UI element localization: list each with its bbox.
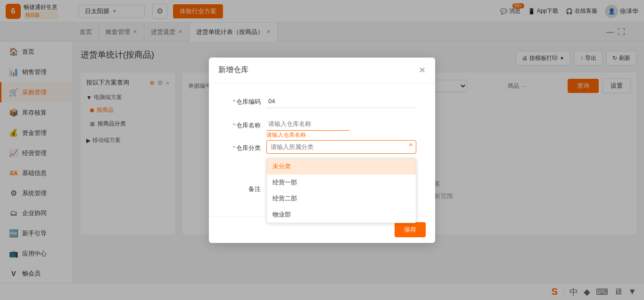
modal-backdrop: 新增仓库 ✕ 仓库编码 仓库名称 请输入仓库名称 仓库分类 [0,0,644,300]
modal-title: 新增仓库 [218,65,248,75]
modal-body: 仓库编码 仓库名称 请输入仓库名称 仓库分类 ^ 未分类 [209,83,435,216]
note-label: 备注 [228,182,261,193]
form-row-name: 仓库名称 请输入仓库名称 [228,117,416,131]
name-error-msg: 请输入仓库名称 [266,131,306,139]
category-select-wrap: ^ 未分类 经营一部 经营二部 物业部 [266,140,416,154]
modal-close-button[interactable]: ✕ [419,65,426,75]
name-label: 仓库名称 [228,118,261,130]
dropdown-item-dept2[interactable]: 经营二部 [267,191,416,207]
warehouse-code-input[interactable] [266,95,416,108]
dropdown-item-uncategorized[interactable]: 未分类 [267,158,416,175]
warehouse-name-input[interactable] [266,117,349,131]
category-input[interactable] [266,140,416,154]
form-row-code: 仓库编码 [228,95,416,108]
save-button[interactable]: 保存 [395,222,426,237]
category-dropdown: 未分类 经营一部 经营二部 物业部 [266,158,416,223]
modal-add-warehouse: 新增仓库 ✕ 仓库编码 仓库名称 请输入仓库名称 仓库分类 [209,58,435,243]
form-row-category: 仓库分类 ^ 未分类 经营一部 经营二部 物业部 [228,140,416,154]
dropdown-item-property[interactable]: 物业部 [267,207,416,223]
code-label: 仓库编码 [228,95,261,106]
modal-header: 新增仓库 ✕ [209,58,435,83]
dropdown-item-dept1[interactable]: 经营一部 [267,175,416,191]
category-label: 仓库分类 [228,140,261,152]
